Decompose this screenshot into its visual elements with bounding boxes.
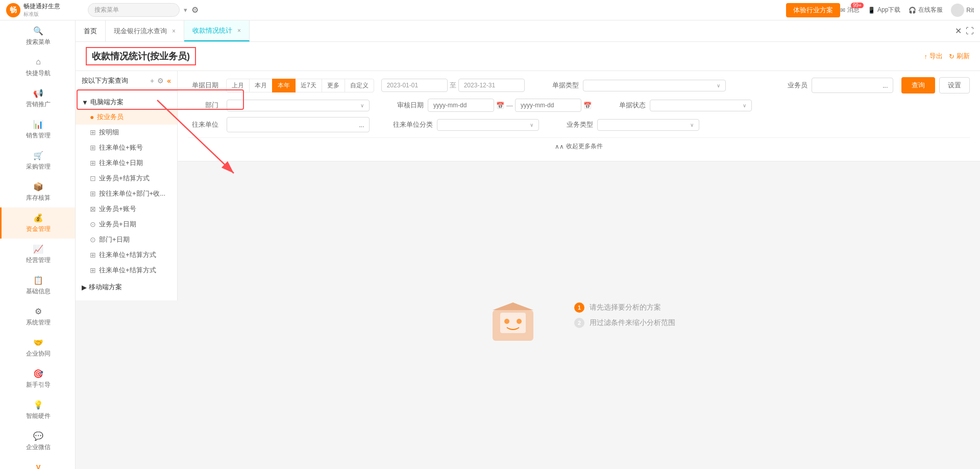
tree-item-partner-date[interactable]: ⊞ 往来单位+日期 xyxy=(76,155,177,171)
sidebar-item-vip[interactable]: V 畅会员 xyxy=(0,457,75,469)
tree-item-by-detail[interactable]: ⊞ 按明细 xyxy=(76,125,177,140)
message-item[interactable]: ✉ 消息 99+ xyxy=(840,6,860,14)
review-date-cal2-icon[interactable]: 📅 xyxy=(583,102,592,109)
sidebar-item-quick-nav[interactable]: ⌂ 快捷导航 xyxy=(0,52,75,83)
nav-dropdown-icon[interactable]: ▾ xyxy=(184,6,187,14)
date-to-input[interactable] xyxy=(458,79,525,92)
settings-icon[interactable]: ⚙ xyxy=(191,5,199,15)
tree-group-desktop-label: 电脑端方案 xyxy=(90,98,124,107)
sidebar-item-smart-hw[interactable]: 💡 智能硬件 xyxy=(0,394,75,426)
tree-item-salesperson-account[interactable]: ⊠ 业务员+账号 xyxy=(76,201,177,217)
tree-item-partner-settlement1[interactable]: ⊞ 往来单位+结算方式 xyxy=(76,247,177,263)
date-from-input[interactable] xyxy=(381,79,448,92)
empty-state-inner: 1 请先选择要分析的方案 2 用过滤条件来缩小分析范围 xyxy=(482,285,675,346)
review-date-to-input[interactable] xyxy=(515,99,581,112)
doc-type-chevron: ∨ xyxy=(717,83,720,88)
tree-group-desktop: ▼ 电脑端方案 ● 按业务员 ⊞ 按明细 xyxy=(76,95,177,278)
sidebar-item-beginner[interactable]: 🎯 新手引导 xyxy=(0,363,75,394)
sidebar-item-purchase[interactable]: 🛒 采购管理 xyxy=(0,145,75,176)
online-service-item[interactable]: 🎧 在线客服 xyxy=(909,6,943,14)
partner-dept-scheme-icon: ⊞ xyxy=(90,190,96,198)
tree-item-salesperson-settlement[interactable]: ⊡ 业务员+结算方式 xyxy=(76,171,177,186)
sidebar-item-sales[interactable]: 📊 销售管理 xyxy=(0,114,75,145)
sidebar-item-corp-collab[interactable]: 🤝 企业协同 xyxy=(0,332,75,363)
date-tab-custom[interactable]: 自定义 xyxy=(345,79,374,92)
dept-select[interactable]: ∨ xyxy=(227,100,370,111)
partner-label: 往来单位 xyxy=(188,120,218,129)
header-search-box[interactable]: 搜索菜单 xyxy=(88,3,180,17)
export-button[interactable]: ↑ 导出 xyxy=(924,52,943,61)
tree-item-dept-date[interactable]: ⊙ 部门+日期 xyxy=(76,232,177,247)
filter-row-1: 单据日期 上月 本月 本年 近7天 更多 自定义 xyxy=(188,77,970,93)
date-tab-prev-month[interactable]: 上月 xyxy=(226,79,250,92)
tree-group-desktop-header[interactable]: ▼ 电脑端方案 xyxy=(76,95,177,109)
biz-type-container: 业务类型 ∨ xyxy=(562,119,699,131)
tab-receipt-stats-label: 收款情况统计 xyxy=(192,26,232,35)
user-item[interactable]: Rit xyxy=(951,4,974,17)
date-tabs-container: 上月 本月 本年 近7天 更多 自定义 至 xyxy=(227,79,525,92)
tab-receipt-stats[interactable]: 收款情况统计 × xyxy=(184,20,250,41)
partner-select[interactable]: ... xyxy=(227,117,370,132)
refresh-button[interactable]: ↻ 刷新 xyxy=(949,52,970,61)
sidebar-item-search-menu[interactable]: 🔍 搜索菜单 xyxy=(0,20,75,52)
sidebar-label-purchase: 采购管理 xyxy=(26,162,51,171)
query-button[interactable]: 查询 xyxy=(901,77,935,93)
tab-bank-flow[interactable]: 现金银行流水查询 × xyxy=(106,20,184,41)
headset-icon: 🎧 xyxy=(909,7,916,14)
step-1-text: 请先选择要分析的方案 xyxy=(590,303,661,312)
content-area: 首页 现金银行流水查询 × 收款情况统计 × ✕ ⛶ 收款情况统计(按业务员) xyxy=(76,20,980,469)
salesperson-dots[interactable]: ... xyxy=(883,81,888,90)
tab-home[interactable]: 首页 xyxy=(76,20,106,41)
trial-button[interactable]: 体验行业方案 xyxy=(786,3,840,17)
review-date-separator: — xyxy=(506,102,513,109)
window-maximize-icon[interactable]: ⛶ xyxy=(966,27,974,36)
marketing-icon: 📢 xyxy=(33,88,43,98)
tab-receipt-stats-close[interactable]: × xyxy=(237,27,241,34)
tree-item-partner-settlement2[interactable]: ⊞ 往来单位+结算方式 xyxy=(76,263,177,278)
scheme-settings-icon[interactable]: ⚙ xyxy=(157,77,164,85)
tree-group-mobile-header[interactable]: ▶ 移动端方案 xyxy=(76,280,177,294)
app-download-item[interactable]: 📱 App下载 xyxy=(868,6,900,14)
sidebar-label-sales: 销售管理 xyxy=(26,131,51,140)
sidebar-item-corp-wechat[interactable]: 💬 企业微信 xyxy=(0,426,75,457)
sidebar-item-basic-info[interactable]: 📋 基础信息 xyxy=(0,270,75,301)
doc-type-select[interactable]: ∨ xyxy=(583,80,726,91)
message-icon: ✉ xyxy=(840,7,845,14)
review-date-cal-icon[interactable]: 📅 xyxy=(496,102,504,109)
tree-item-partner-account[interactable]: ⊞ 往来单位+账号 xyxy=(76,140,177,155)
date-tab-last7days[interactable]: 近7天 xyxy=(295,79,322,92)
corp-collab-icon: 🤝 xyxy=(33,337,43,347)
system-icon: ⚙ xyxy=(33,306,43,316)
sidebar-item-inventory[interactable]: 📦 库存核算 xyxy=(0,176,75,207)
dept-date-scheme-icon: ⊙ xyxy=(90,236,96,244)
tab-bank-flow-close[interactable]: × xyxy=(172,28,176,35)
add-scheme-icon[interactable]: + xyxy=(150,77,154,85)
collapse-more-btn[interactable]: ∧∧ 收起更多条件 xyxy=(188,137,970,155)
tree-item-salesperson-date[interactable]: ⊙ 业务员+日期 xyxy=(76,217,177,232)
tree-item-partner-dept-label: 按往来单位+部门+收... xyxy=(99,189,165,198)
review-date-from-input[interactable] xyxy=(428,99,494,112)
empty-state: 1 请先选择要分析的方案 2 用过滤条件来缩小分析范围 xyxy=(178,161,980,469)
window-close-icon[interactable]: ✕ xyxy=(955,26,962,36)
logo-badge: 标准版 xyxy=(23,11,60,18)
sidebar-item-finance[interactable]: 💰 资金管理 xyxy=(0,207,75,239)
doc-status-select[interactable]: ∨ xyxy=(650,100,752,111)
biz-type-select[interactable]: ∨ xyxy=(597,119,699,131)
date-tab-more[interactable]: 更多 xyxy=(322,79,345,92)
tree-item-by-salesperson-label: 按业务员 xyxy=(97,112,124,122)
settings-button[interactable]: 设置 xyxy=(939,77,970,93)
sidebar-item-system[interactable]: ⚙ 系统管理 xyxy=(0,301,75,332)
sidebar-item-operations[interactable]: 📈 经营管理 xyxy=(0,239,75,270)
sidebar-item-marketing[interactable]: 📢 营销推广 xyxy=(0,83,75,114)
left-panel-wrapper: 按以下方案查询 + ⚙ « ▼ xyxy=(76,71,178,469)
salesperson-select[interactable]: ... xyxy=(812,78,893,93)
tree-item-partner-dept[interactable]: ⊞ 按往来单位+部门+收... xyxy=(76,186,177,201)
panel-collapse-icon[interactable]: « xyxy=(167,77,171,85)
date-tab-this-month[interactable]: 本月 xyxy=(249,79,273,92)
partner-category-select[interactable]: ∨ xyxy=(437,119,539,131)
tree-item-by-salesperson[interactable]: ● 按业务员 xyxy=(76,109,177,125)
date-tab-this-year[interactable]: 本年 xyxy=(272,79,296,92)
right-content: 单据日期 上月 本月 本年 近7天 更多 自定义 xyxy=(178,71,980,469)
sidebar-label-quick-nav: 快捷导航 xyxy=(26,69,51,78)
partner-dots[interactable]: ... xyxy=(359,120,364,129)
